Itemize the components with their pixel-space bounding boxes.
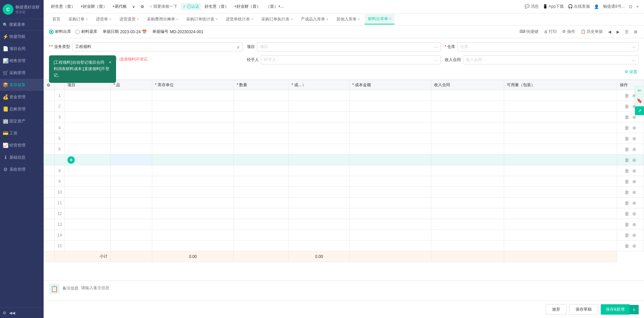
cell-project[interactable]	[65, 90, 111, 101]
cell-quantity[interactable]	[234, 90, 289, 101]
cell-unit[interactable]	[152, 155, 234, 165]
cell-quantity[interactable]	[234, 144, 289, 155]
cell-cost-amount[interactable]	[350, 198, 431, 208]
cell-project[interactable]	[65, 133, 111, 144]
col-header-income-contract[interactable]: 收入合同	[431, 80, 504, 90]
cell-income-contract[interactable]	[431, 112, 504, 122]
cell-cost[interactable]	[288, 144, 349, 155]
copy-row-btn[interactable]: ⊕	[631, 200, 637, 206]
copy-row-btn[interactable]: ⊕	[631, 168, 637, 173]
topbar-nav-haoyecai[interactable]: +好业财（首）	[78, 2, 109, 11]
topbar-nav2-haoshengyi[interactable]: 好生意（首）	[203, 2, 231, 11]
col-header-available[interactable]: 可用量（包装）	[504, 80, 617, 90]
copy-row-btn[interactable]: ⊕	[631, 232, 637, 238]
sidebar-item-[interactable]: 📄项目合同	[0, 43, 44, 55]
sidebar-item-[interactable]: 📈经营管理	[0, 139, 44, 151]
cell-cost-amount[interactable]	[350, 90, 431, 101]
cell-quantity[interactable]	[234, 133, 289, 144]
cell-income-contract[interactable]	[431, 219, 504, 230]
topbar-nav-haoshengyi[interactable]: 好生意（首）	[49, 2, 77, 11]
cell-available[interactable]	[504, 155, 617, 165]
tab-close-icon[interactable]: ×	[358, 17, 360, 21]
cell-quantity[interactable]	[234, 187, 289, 198]
cell-quantity[interactable]	[234, 198, 289, 208]
nav-next-btn[interactable]: ▶	[615, 29, 621, 35]
cell-income-contract[interactable]	[431, 187, 504, 198]
cell-cost-amount[interactable]	[350, 219, 431, 230]
business-type-dropdown[interactable]: ∨	[236, 44, 240, 50]
add-row-btn[interactable]: +	[67, 156, 75, 164]
tab-[interactable]: 采购订单 ×	[65, 14, 91, 24]
cell-income-contract[interactable]	[431, 144, 504, 155]
cell-product[interactable]	[111, 219, 152, 230]
col-header-unit[interactable]: * 库存单位	[152, 80, 234, 90]
tab-[interactable]: 采购订单执行表 ×	[258, 14, 296, 24]
radio-material-return[interactable]: 材料退库	[75, 29, 97, 35]
sidebar-item-[interactable]: 💰资金管理	[0, 91, 44, 103]
cell-unit[interactable]	[152, 133, 234, 144]
cell-cost-amount[interactable]	[350, 208, 431, 219]
cell-cost-amount[interactable]	[350, 155, 431, 165]
cell-quantity[interactable]	[234, 112, 289, 122]
cell-income-contract[interactable]	[431, 101, 504, 112]
cell-project[interactable]	[65, 165, 111, 176]
cell-cost[interactable]	[288, 133, 349, 144]
cell-available[interactable]	[504, 112, 617, 122]
tab-[interactable]: 进货单 ×	[93, 14, 115, 24]
sidebar-item-[interactable]: 📦库存核算	[0, 79, 44, 91]
tab-close-icon[interactable]: ×	[291, 17, 293, 21]
business-type-input[interactable]: 工程领料 ∨	[72, 42, 243, 51]
sidebar-item-[interactable]: ⚡快捷导航	[0, 31, 44, 43]
cell-cost[interactable]	[288, 101, 349, 112]
sidebar-item-[interactable]: 🛒采购管理	[0, 67, 44, 79]
cell-unit[interactable]	[152, 208, 234, 219]
cell-cost-amount[interactable]	[350, 241, 431, 251]
sidebar-item-[interactable]: 💳工资	[0, 127, 44, 139]
copy-row-btn[interactable]: ⊕	[631, 147, 637, 152]
cell-available[interactable]	[504, 198, 617, 208]
cell-cost[interactable]	[288, 90, 349, 101]
cell-quantity[interactable]	[234, 230, 289, 241]
cell-available[interactable]	[504, 144, 617, 155]
cell-cost[interactable]	[288, 176, 349, 187]
cell-cost[interactable]	[288, 219, 349, 230]
tab-close-icon[interactable]: ×	[176, 17, 178, 21]
print-btn[interactable]: 🖨 打印	[542, 28, 558, 35]
cell-unit[interactable]	[152, 122, 234, 133]
cell-available[interactable]	[504, 176, 617, 187]
cell-product[interactable]	[111, 144, 152, 155]
view-grid-btn[interactable]: ⊞	[633, 29, 639, 35]
tooltip-close-btn[interactable]: ×	[109, 59, 111, 66]
cell-product[interactable]	[111, 165, 152, 176]
cell-available[interactable]	[504, 230, 617, 241]
delete-row-btn[interactable]: 🗑	[624, 147, 630, 152]
cell-available[interactable]	[504, 187, 617, 198]
cell-unit[interactable]	[152, 90, 234, 101]
cell-cost[interactable]	[288, 241, 349, 251]
cell-unit[interactable]	[152, 230, 234, 241]
income-contract-input[interactable]: 收入合同 ···	[463, 55, 639, 64]
cell-project[interactable]	[65, 176, 111, 187]
cell-product[interactable]	[111, 241, 152, 251]
tab-[interactable]: 材料出库单 ×	[365, 14, 395, 24]
tab-[interactable]: 进货退货 ×	[116, 14, 142, 24]
cell-project[interactable]: +	[65, 155, 111, 165]
operations-btn[interactable]: ⚙ 操作	[561, 28, 576, 35]
cell-unit[interactable]	[152, 101, 234, 112]
cell-available[interactable]	[504, 90, 617, 101]
cell-project[interactable]	[65, 112, 111, 122]
cell-cost[interactable]	[288, 165, 349, 176]
delete-row-btn[interactable]: 🗑	[624, 190, 630, 195]
cell-unit[interactable]	[152, 144, 234, 155]
cell-quantity[interactable]	[234, 122, 289, 133]
cell-income-contract[interactable]	[431, 198, 504, 208]
copy-row-btn[interactable]: ⊕	[631, 222, 637, 227]
topbar-nav2-haoyecai[interactable]: +好业财（首）	[232, 2, 263, 11]
cell-cost-amount[interactable]	[350, 133, 431, 144]
cell-available[interactable]	[504, 241, 617, 251]
warehouse-input[interactable]: 仓库 ···	[457, 42, 639, 51]
cell-cost[interactable]	[288, 208, 349, 219]
cell-available[interactable]	[504, 122, 617, 133]
cell-available[interactable]	[504, 101, 617, 112]
copy-row-btn[interactable]: ⊕	[631, 157, 637, 163]
